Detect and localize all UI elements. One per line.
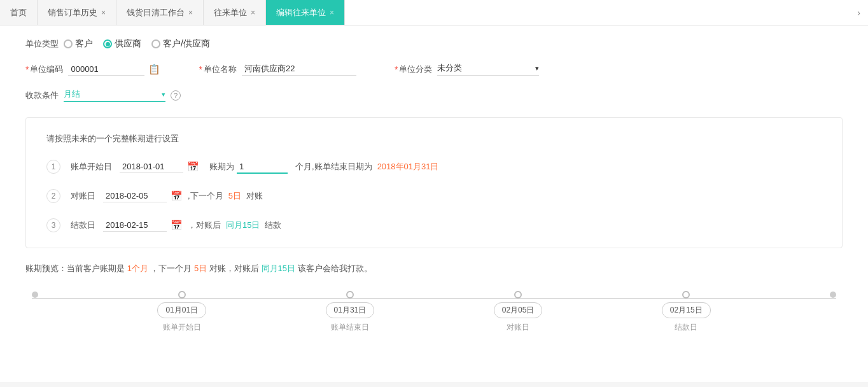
step2-suffix2: 对账 [246,190,263,202]
step1-date-input[interactable] [120,160,183,173]
preview-mid2: 对账，对账后 [209,264,259,273]
timeline-right-cap [830,291,836,333]
step1-end-date: 2018年01月31日 [377,161,439,172]
unit-type-row: 单位类型 客户 供应商 客户/供应商 [25,38,843,50]
step1-period-unit: 个月,账单结束日期为 [295,161,372,172]
step3-date-input[interactable] [103,219,167,232]
unit-info-row: * 单位编码 📋 * 单位名称 * 单位分类 未分类 ▾ [25,62,843,76]
step2-date-input[interactable] [103,190,167,202]
tab-edit-partner-unit-label: 编辑往来单位 [276,7,326,18]
card-title: 请按照未来的一个完整帐期进行设置 [46,133,822,144]
unit-name-required: * [199,64,202,74]
unit-category-value: 未分类 [437,62,533,74]
timeline-nodes: 01月01日 账单开始日 01月31日 账单结束日 02月05日 对账日 02月… [32,291,836,333]
step2-suffix1: ,下一个月 [188,190,223,202]
unit-type-radio-group: 客户 供应商 客户/供应商 [64,38,210,50]
payment-terms-label: 收款条件 [25,90,59,101]
timeline-left-cap [32,291,38,333]
preview-part3: 同月15日 [262,264,295,273]
timeline-dot-3 [514,291,522,299]
chevron-right-icon: › [857,8,860,18]
tab-cashflow-workbench[interactable]: 钱货日清工作台 × [116,0,204,25]
step1-period-input[interactable] [237,160,288,174]
unit-code-required: * [25,64,29,74]
step1-number: 1 [46,160,60,174]
timeline-dot-2 [346,291,354,299]
step3-suffix2: 结款 [265,220,281,231]
timeline-section: 01月01日 账单开始日 01月31日 账单结束日 02月05日 对账日 02月… [25,291,843,333]
unit-name-input[interactable] [242,63,356,76]
tab-home-label: 首页 [10,7,27,18]
timeline-end-dot [830,292,836,298]
preview-prefix: 账期预览：当前客户账期是 [25,264,125,273]
tab-partner-units[interactable]: 往来单位 × [204,0,266,25]
timeline-node-2: 01月31日 账单结束日 [326,291,375,333]
timeline-start-dot [32,292,38,298]
payment-terms-value: 月结 [64,88,159,100]
tab-cashflow-workbench-close[interactable]: × [188,8,193,17]
tab-sales-order-history-label: 销售订单历史 [48,7,97,18]
step2-row: 2 对账日 📅 ,下一个月 5日 对账 [46,189,822,203]
timeline-badge-2: 01月31日 [326,302,375,318]
payment-terms-dropdown[interactable]: 月结 ▾ [64,88,165,102]
help-icon[interactable]: ? [171,90,181,101]
timeline-label-2: 账单结束日 [331,322,369,333]
unit-code-input[interactable] [68,63,144,76]
radio-both[interactable]: 客户/供应商 [151,38,210,50]
tab-edit-partner-unit[interactable]: 编辑往来单位 × [266,0,345,25]
radio-supplier[interactable]: 供应商 [103,38,141,50]
preview-part2: 5日 [194,264,207,273]
step3-number: 3 [46,218,60,232]
step3-calendar-icon[interactable]: 📅 [171,220,183,231]
copy-icon[interactable]: 📋 [148,64,160,75]
unit-category-arrow-icon: ▾ [535,64,539,73]
payment-terms-arrow-icon: ▾ [162,90,165,99]
timeline-dot-1 [178,291,186,299]
unit-name-group: * 单位名称 [199,63,356,76]
tab-edit-partner-unit-close[interactable]: × [330,8,334,17]
unit-category-required: * [395,64,398,74]
timeline-badge-1: 01月01日 [157,302,206,318]
radio-customer[interactable]: 客户 [64,38,93,50]
timeline-dot-4 [682,291,690,299]
step3-highlight1: 同月15日 [226,220,260,231]
timeline-label-4: 结款日 [675,322,697,333]
step3-label: 结款日 [71,220,95,231]
preview-suffix: 该客户会给我打款。 [298,264,372,273]
preview-part1: 1个月 [127,264,148,273]
step2-calendar-icon[interactable]: 📅 [171,190,183,202]
timeline-node-1: 01月01日 账单开始日 [157,291,206,333]
radio-supplier-label: 供应商 [115,38,141,50]
tab-sales-order-history[interactable]: 销售订单历史 × [38,0,116,25]
radio-customer-label: 客户 [75,38,93,50]
radio-customer-circle [64,39,73,48]
unit-code-label: 单位编码 [30,64,63,75]
tab-partner-units-close[interactable]: × [251,8,255,17]
unit-category-select[interactable]: 未分类 ▾ [437,62,539,76]
tab-more-button[interactable]: › [850,0,868,25]
step2-number: 2 [46,189,60,203]
timeline-node-3: 02月05日 对账日 [494,291,543,333]
step1-label: 账单开始日 [71,161,112,172]
radio-supplier-circle [103,39,112,48]
unit-name-label: 单位名称 [204,64,237,75]
step1-calendar-icon[interactable]: 📅 [187,161,199,172]
tab-cashflow-workbench-label: 钱货日清工作台 [127,7,185,18]
tab-home[interactable]: 首页 [0,0,38,25]
step2-highlight1: 5日 [228,190,241,202]
timeline-badge-4: 02月15日 [662,302,711,318]
step2-label: 对账日 [71,190,95,202]
timeline-node-4: 02月15日 结款日 [662,291,711,333]
unit-category-group: * 单位分类 未分类 ▾ [395,62,539,76]
timeline-label-3: 对账日 [507,322,529,333]
unit-code-group: * 单位编码 📋 [25,63,160,76]
timeline-badge-3: 02月05日 [494,302,543,318]
settings-card: 请按照未来的一个完整帐期进行设置 1 账单开始日 📅 账期为 个月,账单结束日期… [25,117,843,248]
tab-sales-order-history-close[interactable]: × [101,8,106,17]
payment-terms-row: 收款条件 月结 ▾ ? [25,88,843,102]
step3-row: 3 结款日 📅 ，对账后 同月15日 结款 [46,218,822,232]
preview-section: 账期预览：当前客户账期是 1个月 ，下一个月 5日 对账，对账后 同月15日 该… [25,261,843,276]
tab-partner-units-label: 往来单位 [214,7,247,18]
timeline-label-1: 账单开始日 [163,322,201,333]
radio-both-circle [151,39,160,48]
